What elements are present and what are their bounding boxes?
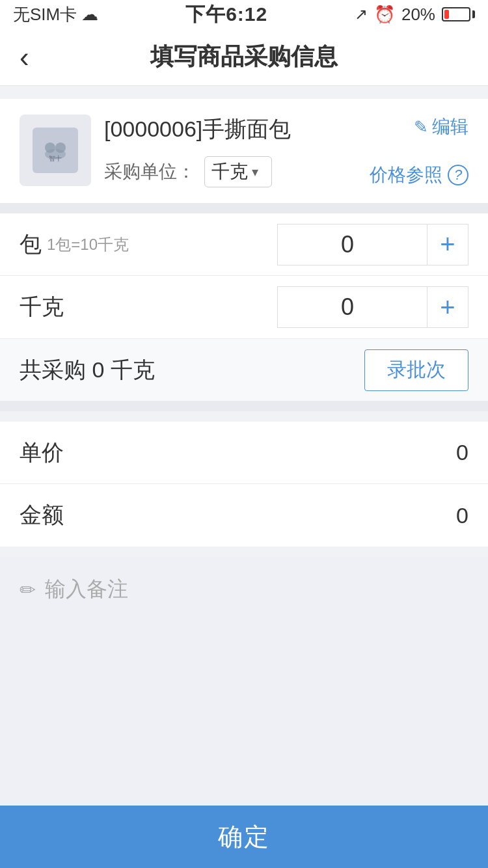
status-time: 下午6:12 xyxy=(185,1,267,28)
edit-label: 编辑 xyxy=(432,115,468,139)
content-spacer xyxy=(0,622,488,804)
battery-icon xyxy=(442,7,475,21)
unit-select[interactable]: 千克 ▾ xyxy=(204,156,272,187)
section-divider-1 xyxy=(0,203,488,213)
product-card: 智十 [0000006]手撕面包 采购单位： 千克 ▾ ✎ 编辑 价格参照 ? xyxy=(0,99,488,203)
unit-price-row: 单价 0 xyxy=(0,422,488,484)
price-ref-button[interactable]: 价格参照 ? xyxy=(370,163,468,187)
amount-label: 金额 xyxy=(20,500,64,530)
summary-row: 共采购 0 千克 录批次 xyxy=(0,338,488,401)
chevron-down-icon: ▾ xyxy=(252,164,258,180)
kg-plus-button[interactable]: + xyxy=(427,286,468,328)
info-icon: ? xyxy=(448,165,468,185)
kg-input-row: 千克 + xyxy=(0,276,488,338)
unit-price-label: 单价 xyxy=(20,438,64,468)
price-ref-label: 价格参照 xyxy=(370,163,442,187)
status-bar: 无SIM卡 ☁ 下午6:12 ↗ ⏰ 20% xyxy=(0,0,488,29)
alarm-icon: ⏰ xyxy=(374,5,395,25)
price-section: 单价 0 金额 0 xyxy=(0,422,488,547)
unit-value: 千克 xyxy=(211,159,248,184)
status-right: ↗ ⏰ 20% xyxy=(355,5,475,25)
section-divider-2 xyxy=(0,401,488,411)
note-placeholder: 输入备注 xyxy=(45,575,128,604)
pencil-icon: ✏ xyxy=(20,578,36,601)
status-left: 无SIM卡 ☁ xyxy=(13,3,98,26)
product-thumbnail: 智十 xyxy=(33,128,78,173)
kg-input-group: + xyxy=(277,286,468,328)
svg-text:智十: 智十 xyxy=(49,155,62,162)
unit-label: 采购单位： xyxy=(104,159,195,184)
bag-plus-button[interactable]: + xyxy=(427,224,468,265)
amount-row: 金额 0 xyxy=(0,484,488,547)
bag-input-group: + xyxy=(277,224,468,265)
edit-icon: ✎ xyxy=(414,117,428,137)
bag-input[interactable] xyxy=(277,224,427,265)
bag-sublabel: 1包=10千克 xyxy=(47,234,129,255)
sim-status: 无SIM卡 ☁ xyxy=(13,3,98,26)
kg-label: 千克 xyxy=(20,292,64,322)
edit-button[interactable]: ✎ 编辑 xyxy=(414,115,468,139)
battery-percent: 20% xyxy=(401,5,435,25)
confirm-button[interactable]: 确定 xyxy=(0,806,488,868)
nav-bar: ‹ 填写商品采购信息 xyxy=(0,29,488,86)
back-button[interactable]: ‹ xyxy=(20,43,29,72)
unit-price-value: 0 xyxy=(456,440,468,465)
kg-input[interactable] xyxy=(277,286,427,328)
summary-text: 共采购 0 千克 xyxy=(20,355,155,385)
record-batch-button[interactable]: 录批次 xyxy=(364,349,468,391)
page-title: 填写商品采购信息 xyxy=(150,41,338,73)
location-icon: ↗ xyxy=(355,5,368,23)
product-image: 智十 xyxy=(20,115,91,186)
amount-value: 0 xyxy=(456,503,468,528)
bag-label: 包 xyxy=(20,230,42,260)
note-section[interactable]: ✏ 输入备注 xyxy=(0,557,488,622)
bag-input-row: 包 1包=10千克 + xyxy=(0,213,488,276)
